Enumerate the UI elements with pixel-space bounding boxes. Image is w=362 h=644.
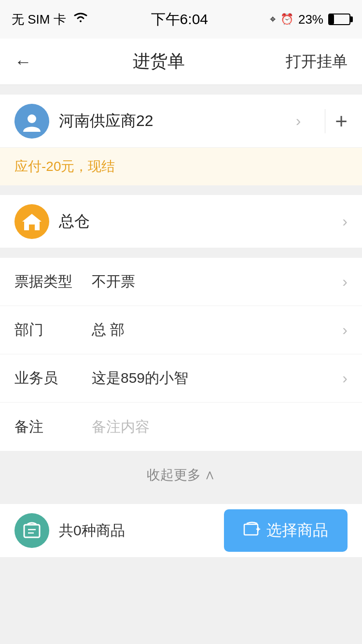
form-section: 票据类型 不开票 › 部门 总 部 › 业务员 这是859的小智 › 备注 备注… bbox=[0, 258, 362, 451]
supplier-row[interactable]: 河南供应商22 › + bbox=[0, 95, 362, 148]
salesperson-value: 这是859的小智 bbox=[82, 368, 342, 388]
dept-row[interactable]: 部门 总 部 › bbox=[0, 306, 362, 354]
salesperson-chevron-icon: › bbox=[342, 369, 348, 387]
section-gap-1 bbox=[0, 85, 362, 95]
svg-rect-7 bbox=[244, 524, 258, 535]
collapse-row[interactable]: 收起更多 ∧ bbox=[0, 456, 362, 494]
divider bbox=[325, 109, 325, 133]
warehouse-chevron-icon: › bbox=[342, 212, 348, 230]
ticket-type-row[interactable]: 票据类型 不开票 › bbox=[0, 258, 362, 306]
ticket-chevron-icon: › bbox=[342, 273, 348, 291]
alert-row: 应付-20元，现结 bbox=[0, 148, 362, 185]
location-icon: ⌖ bbox=[270, 13, 276, 26]
dept-label: 部门 bbox=[14, 320, 82, 340]
product-count-label: 共0种商品 bbox=[59, 521, 224, 541]
note-input[interactable]: 备注内容 bbox=[82, 417, 348, 437]
select-product-button[interactable]: 选择商品 bbox=[224, 509, 348, 552]
back-button[interactable]: ← bbox=[14, 52, 32, 72]
battery-icon bbox=[328, 14, 350, 25]
ticket-type-label: 票据类型 bbox=[14, 272, 82, 292]
bottom-bar: 共0种商品 选择商品 bbox=[0, 504, 362, 557]
battery-label: 23% bbox=[298, 12, 323, 27]
note-label: 备注 bbox=[14, 417, 82, 437]
products-icon bbox=[14, 513, 49, 548]
supplier-avatar bbox=[14, 104, 49, 139]
status-bar: 无 SIM 卡 下午6:04 ⌖ ⏰ 23% bbox=[0, 0, 362, 39]
wifi-icon bbox=[72, 12, 89, 28]
section-gap-2 bbox=[0, 185, 362, 195]
svg-point-0 bbox=[28, 114, 36, 123]
select-product-icon bbox=[243, 521, 261, 540]
status-right: ⌖ ⏰ 23% bbox=[270, 12, 350, 27]
alarm-icon: ⏰ bbox=[280, 13, 293, 26]
supplier-chevron-icon: › bbox=[296, 112, 301, 130]
note-row[interactable]: 备注 备注内容 bbox=[0, 403, 362, 451]
alert-text: 应付-20元，现结 bbox=[14, 159, 115, 174]
page-background bbox=[0, 557, 362, 644]
open-pending-button[interactable]: 打开挂单 bbox=[286, 51, 348, 72]
add-supplier-button[interactable]: + bbox=[335, 109, 348, 133]
warehouse-row[interactable]: 总仓 › bbox=[0, 195, 362, 248]
warehouse-icon bbox=[14, 204, 49, 239]
svg-marker-2 bbox=[22, 214, 42, 222]
select-product-label: 选择商品 bbox=[266, 520, 328, 541]
salesperson-row[interactable]: 业务员 这是859的小智 › bbox=[0, 354, 362, 403]
svg-rect-3 bbox=[29, 224, 35, 230]
status-time: 下午6:04 bbox=[151, 10, 208, 29]
sim-label: 无 SIM 卡 bbox=[12, 11, 66, 28]
svg-rect-4 bbox=[24, 525, 40, 537]
collapse-text: 收起更多 ∧ bbox=[147, 466, 216, 484]
page-title: 进货单 bbox=[133, 50, 185, 73]
ticket-type-value: 不开票 bbox=[82, 272, 342, 292]
status-left: 无 SIM 卡 bbox=[12, 11, 89, 28]
warehouse-name: 总仓 bbox=[59, 211, 342, 232]
dept-value: 总 部 bbox=[82, 320, 342, 340]
dept-chevron-icon: › bbox=[342, 321, 348, 339]
nav-bar: ← 进货单 打开挂单 bbox=[0, 39, 362, 85]
supplier-name: 河南供应商22 bbox=[59, 111, 296, 132]
salesperson-label: 业务员 bbox=[14, 368, 82, 388]
